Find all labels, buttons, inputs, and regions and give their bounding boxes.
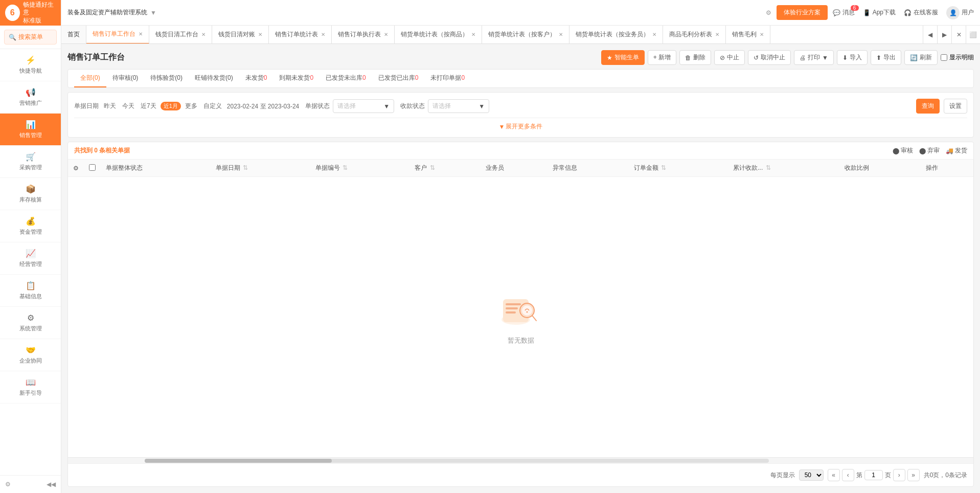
suspend-icon: ⊘	[720, 54, 725, 61]
collapse-icon[interactable]: ◀◀	[47, 481, 56, 488]
filter-tab-shipped-out[interactable]: 已发货已出库0	[372, 70, 425, 87]
tab-cash-daily[interactable]: 钱货日清工作台 ✕	[149, 26, 212, 44]
tab-sales-exec-table[interactable]: 销售订单执行表 ✕	[332, 26, 395, 44]
tab-sales-workbench[interactable]: 销售订单工作台 ✕	[86, 26, 149, 44]
col-date[interactable]: 单据日期 ⇅	[211, 160, 310, 177]
tab-close-sales-stat-staff[interactable]: ✕	[652, 32, 656, 37]
query-button[interactable]: 查询	[916, 99, 940, 114]
sidebar-item-basic[interactable]: 📋 基础信息	[0, 275, 61, 307]
sidebar-item-quick-nav[interactable]: ⚡ 快捷导航	[0, 49, 61, 81]
sidebar-item-inventory[interactable]: 📦 库存核算	[0, 178, 61, 210]
tab-home[interactable]: 首页	[61, 26, 86, 44]
tab-close-sales-workbench[interactable]: ✕	[139, 31, 143, 37]
suspend-button[interactable]: ⊘ 中止	[714, 50, 745, 65]
topbar-settings-icon[interactable]: ⚙	[766, 9, 771, 16]
headset-icon: 🎧	[904, 9, 911, 16]
sidebar-item-sales[interactable]: 📊 销售管理	[0, 114, 61, 146]
import-button[interactable]: ⬇ 导入	[837, 50, 868, 65]
add-button[interactable]: + 新增	[648, 50, 676, 65]
tab-close-all-button[interactable]: ✕	[951, 26, 966, 44]
message-button[interactable]: 💬 消息 6	[833, 8, 855, 17]
filter-tab-wangpu[interactable]: 旺铺待发货(0)	[189, 70, 239, 87]
refresh-button[interactable]: 🔄 刷新	[904, 50, 938, 65]
date-option-1month[interactable]: 近1月	[161, 102, 181, 110]
tab-sales-profit[interactable]: 销售毛利 ✕	[726, 26, 770, 44]
tab-close-sales-stat-customer[interactable]: ✕	[559, 32, 563, 37]
tab-close-sales-profit[interactable]: ✕	[760, 32, 764, 37]
industry-solution-button[interactable]: 体验行业方案	[777, 5, 828, 20]
cancel-review-action-button[interactable]: ⬤ 弃审	[919, 146, 940, 155]
col-customer[interactable]: 客户 ⇅	[409, 160, 481, 177]
tab-close-cash-reconcile[interactable]: ✕	[258, 32, 262, 37]
sidebar-item-system[interactable]: ⚙ 系统管理	[0, 307, 61, 339]
tab-sales-stat-staff[interactable]: 销货单统计表（按业务员） ✕	[569, 26, 663, 44]
filter-tab-shipped-not-out[interactable]: 已发货未出库0	[320, 70, 372, 87]
tab-next-button[interactable]: ▶	[937, 26, 951, 44]
payment-select[interactable]: 请选择 ▼	[428, 99, 489, 113]
select-all-checkbox[interactable]	[89, 164, 96, 171]
tab-close-sales-exec[interactable]: ✕	[384, 32, 388, 37]
filter-tab-pending-review[interactable]: 待审核(0)	[106, 70, 145, 87]
date-option-7days[interactable]: 近7天	[139, 101, 158, 111]
table-checkbox-header[interactable]	[84, 160, 101, 177]
filter-tab-not-shipped[interactable]: 未发货0	[239, 70, 274, 87]
tab-sales-stat-table[interactable]: 销售订单统计表 ✕	[269, 26, 332, 44]
tab-maximize-button[interactable]: ⬜	[966, 26, 980, 44]
online-service-button[interactable]: 🎧 在线客服	[904, 8, 938, 17]
tab-close-cash-daily[interactable]: ✕	[201, 32, 206, 37]
tab-close-product-margin[interactable]: ✕	[715, 32, 719, 37]
smart-create-button[interactable]: ★ 智能生单	[601, 50, 645, 65]
filter-tab-not-printed[interactable]: 未打印单据0	[424, 70, 471, 87]
sidebar-item-guide[interactable]: 📖 新手引导	[0, 371, 61, 404]
filter-tab-overdue[interactable]: 到期未发货0	[273, 70, 320, 87]
show-detail-toggle[interactable]: 显示明细	[941, 53, 974, 62]
sidebar-item-operation[interactable]: 📈 经营管理	[0, 242, 61, 275]
settings-icon[interactable]: ⚙	[5, 481, 11, 488]
col-number[interactable]: 单据编号 ⇅	[310, 160, 410, 177]
pagination-nav: « ‹ 第 页 › »	[828, 469, 920, 481]
table-settings-header[interactable]: ⚙	[68, 160, 84, 177]
status-select[interactable]: 请选择 ▼	[333, 99, 394, 113]
sidebar-item-enterprise[interactable]: 🤝 企业协同	[0, 339, 61, 371]
expand-conditions-button[interactable]: ▼ 展开更多条件	[499, 122, 543, 131]
settings-btn[interactable]: 设置	[944, 99, 967, 114]
payment-field: 收款状态 请选择 ▼	[400, 99, 489, 113]
tab-sales-stat-customer[interactable]: 销货单统计表（按客户） ✕	[482, 26, 569, 44]
tab-cash-reconcile[interactable]: 钱货日清对账 ✕	[212, 26, 269, 44]
per-page-select[interactable]: 50	[799, 469, 824, 481]
filter-tab-pending-inspect[interactable]: 待拣验货(0)	[144, 70, 189, 87]
date-option-custom[interactable]: 自定义	[201, 101, 224, 111]
date-option-today[interactable]: 今天	[120, 101, 136, 111]
col-amount[interactable]: 订单金额 ⇅	[629, 160, 728, 177]
search-menu-button[interactable]: 🔍 搜索菜单	[4, 30, 57, 44]
pagination-next-button[interactable]: ›	[893, 469, 905, 481]
tab-prev-button[interactable]: ◀	[923, 26, 937, 44]
sidebar-item-finance[interactable]: 💰 资金管理	[0, 210, 61, 242]
user-menu[interactable]: 👤 用户	[946, 6, 974, 19]
pagination-first-button[interactable]: «	[828, 469, 840, 481]
app-download-button[interactable]: 📱 App下载	[863, 8, 896, 17]
col-collected[interactable]: 累计收款... ⇅	[728, 160, 839, 177]
sidebar-item-marketing[interactable]: 📢 营销推广	[0, 81, 61, 114]
page-number-input[interactable]	[864, 470, 883, 480]
search-row-1: 单据日期 昨天 今天 近7天 近1月 更多 自定义 2023-02-24 至 2…	[74, 99, 967, 114]
cancel-suspend-button[interactable]: ↺ 取消中止	[748, 50, 791, 65]
scroll-thumb[interactable]	[145, 459, 332, 463]
ship-action-button[interactable]: 🚚 发货	[946, 146, 967, 155]
filter-tab-all[interactable]: 全部(0)	[74, 70, 106, 87]
tab-close-sales-stat-product[interactable]: ✕	[471, 32, 475, 37]
delete-button[interactable]: 🗑 删除	[679, 50, 711, 65]
pagination-last-button[interactable]: »	[907, 469, 920, 481]
tab-sales-stat-product[interactable]: 销货单统计表（按商品） ✕	[395, 26, 482, 44]
sidebar-item-purchase[interactable]: 🛒 采购管理	[0, 146, 61, 178]
horizontal-scrollbar[interactable]	[68, 457, 973, 463]
tab-close-sales-stat[interactable]: ✕	[321, 32, 325, 37]
tab-product-margin[interactable]: 商品毛利分析表 ✕	[663, 26, 726, 44]
print-button[interactable]: 🖨 打印 ▼	[794, 50, 834, 65]
pagination-prev-button[interactable]: ‹	[842, 469, 854, 481]
date-option-yesterday[interactable]: 昨天	[102, 101, 118, 111]
review-action-button[interactable]: ⬤ 审核	[893, 146, 913, 155]
export-button[interactable]: ⬆ 导出	[871, 50, 901, 65]
date-option-more[interactable]: 更多	[183, 101, 199, 111]
show-detail-checkbox[interactable]	[941, 54, 947, 61]
